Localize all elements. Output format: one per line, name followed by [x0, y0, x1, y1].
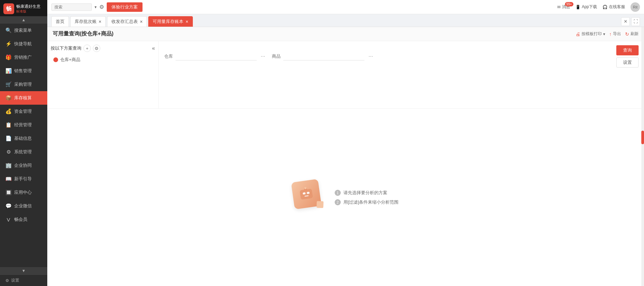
print-dropdown-icon: ▾ [603, 32, 605, 36]
sidebar-footer[interactable]: ⚙ 设置 [0, 275, 47, 286]
sidebar-item-member[interactable]: V畅会员 [0, 213, 47, 226]
sidebar-item-marketing[interactable]: 🎁营销推广 [0, 51, 47, 64]
tab-close-batch[interactable]: × [99, 19, 101, 24]
page-header: 可用量查询(按仓库+商品) 🖨 按模板打印 ▾ ↑ 导出 ↻ 刷新 [47, 27, 644, 41]
print-icon: 🖨 [575, 31, 580, 37]
sidebar-footer-label: 设置 [11, 278, 19, 283]
sidebar-item-wechat[interactable]: 💬企业微信 [0, 199, 47, 213]
empty-illustration [293, 181, 327, 214]
sidebar-item-purchase[interactable]: 🛒采购管理 [0, 78, 47, 91]
customer-service-item[interactable]: 🎧 在线客服 [602, 4, 625, 10]
sidebar-item-basic[interactable]: 📄基础信息 [0, 132, 47, 145]
page-content: 可用量查询(按仓库+商品) 🖨 按模板打印 ▾ ↑ 导出 ↻ 刷新 [47, 27, 644, 286]
sidebar-item-enterprise[interactable]: 🏢企业协同 [0, 159, 47, 172]
topbar-right: ✉ 消息 99+ 📱 App下载 🎧 在线客服 Rit [557, 2, 640, 12]
message-icon: ✉ [557, 5, 561, 9]
sidebar-scroll-down[interactable]: ▼ [0, 267, 47, 275]
scheme-settings-button[interactable]: ⚙ [93, 45, 100, 52]
scheme-warehouse-goods[interactable]: 仓库+商品 [51, 55, 155, 65]
tabs-bar: 首页库存批次账×收发存汇总表×可用量库存账本× ✕ ⛶ [47, 14, 644, 27]
export-button[interactable]: ↑ 导出 [609, 31, 621, 37]
sidebar-item-inventory[interactable]: 📦库存核算 [0, 91, 47, 105]
tab-close-button[interactable]: ✕ [621, 17, 630, 26]
collapse-icon[interactable]: « [152, 45, 155, 51]
scheme-dot-icon [53, 57, 58, 62]
user-avatar[interactable]: Rit [630, 2, 640, 12]
sidebar-nav: 🔍搜索菜单⚡快捷导航🎁营销推广📊销售管理🛒采购管理📦库存核算💰资金管理📋经营管理… [0, 24, 47, 267]
filter-fields: 仓库 ··· 商品 ··· 查询 设置 [159, 41, 644, 108]
finance-icon: 💰 [5, 108, 11, 114]
sidebar-item-apps[interactable]: 🔲应用中心 [0, 186, 47, 199]
filter-panel: 按以下方案查询 + ⚙ « 仓库+商品 仓库 [47, 41, 644, 109]
tab-batch[interactable]: 库存批次账× [70, 16, 106, 27]
add-scheme-button[interactable]: + [83, 45, 91, 52]
empty-tip-1: 1 请先选择要分析的方案 [335, 190, 398, 196]
tab-label-home: 首页 [56, 19, 65, 25]
sidebar: 畅 畅康通好生意 标准版 ▲ 🔍搜索菜单⚡快捷导航🎁营销推广📊销售管理🛒采购管理… [0, 0, 47, 286]
inventory-icon: 📦 [5, 95, 11, 101]
goods-field: 商品 ··· [272, 52, 374, 60]
sidebar-item-label: 企业协同 [14, 162, 32, 168]
message-icon-item[interactable]: ✉ 消息 99+ [557, 4, 570, 10]
filter-action-buttons: 查询 设置 [616, 45, 639, 68]
topbar-gear-icon[interactable]: ⚙ [99, 4, 104, 10]
app-icon: 📱 [575, 5, 581, 9]
sidebar-item-system[interactable]: ⚙系统管理 [0, 145, 47, 159]
tab-summary[interactable]: 收发存汇总表× [107, 16, 147, 27]
tab-available[interactable]: 可用量库存账本× [148, 16, 192, 27]
sidebar-item-label: 企业微信 [14, 203, 32, 209]
trial-industry-button[interactable]: 体验行业方案 [107, 2, 143, 12]
brand-name: 畅康通好生意 [16, 4, 41, 9]
system-icon: ⚙ [5, 149, 11, 155]
scheme-item-label: 仓库+商品 [60, 57, 80, 63]
robot-icon [291, 179, 321, 209]
export-icon: ↑ [609, 31, 612, 37]
basic-icon: 📄 [5, 135, 11, 141]
warehouse-input[interactable] [176, 52, 257, 60]
purchase-icon: 🛒 [5, 81, 11, 87]
filter-header: 按以下方案查询 + ⚙ « [51, 45, 155, 52]
guide-icon: 📖 [5, 176, 11, 182]
member-icon: V [5, 217, 11, 223]
empty-tips: 1 请先选择要分析的方案 2 用[过滤]条件来缩小分析范围 [335, 190, 398, 205]
sidebar-item-finance[interactable]: 💰资金管理 [0, 105, 47, 118]
main-area: ▾ ⚙ 体验行业方案 ✉ 消息 99+ 📱 App下载 🎧 在线客服 Rit [47, 0, 644, 286]
print-template-button[interactable]: 🖨 按模板打印 ▾ [575, 31, 605, 37]
topbar: ▾ ⚙ 体验行业方案 ✉ 消息 99+ 📱 App下载 🎧 在线客服 Rit [47, 0, 644, 14]
topbar-dropdown-arrow[interactable]: ▾ [95, 5, 97, 9]
filter-row-1: 仓库 ··· 商品 ··· 查询 设置 [164, 45, 639, 68]
refresh-label: 刷新 [630, 31, 639, 37]
tab-close-summary[interactable]: × [140, 19, 143, 24]
operation-icon: 📋 [5, 122, 11, 128]
tab-home[interactable]: 首页 [51, 16, 69, 27]
empty-tip-2: 2 用[过滤]条件来缩小分析范围 [335, 199, 398, 205]
goods-input[interactable] [283, 52, 364, 60]
brand-logo-icon: 畅 [3, 3, 14, 14]
sidebar-item-label: 新手引导 [14, 176, 32, 182]
sidebar-item-label: 采购管理 [14, 81, 32, 87]
sidebar-scroll-up[interactable]: ▲ [0, 16, 47, 24]
refresh-button[interactable]: ↻ 刷新 [625, 31, 639, 37]
tab-expand-button[interactable]: ⛶ [631, 17, 640, 26]
tab-controls: ✕ ⛶ [621, 17, 640, 26]
goods-more-icon[interactable]: ··· [367, 53, 374, 59]
warehouse-more-icon[interactable]: ··· [259, 53, 266, 59]
right-scrollbar[interactable] [641, 27, 644, 286]
sidebar-item-shortcut[interactable]: ⚡快捷导航 [0, 37, 47, 51]
sidebar-item-label: 系统管理 [14, 149, 32, 155]
sidebar-item-guide[interactable]: 📖新手引导 [0, 172, 47, 186]
tip-text-2: 用[过滤]条件来缩小分析范围 [343, 199, 398, 205]
setting-button[interactable]: 设置 [616, 57, 639, 68]
print-label: 按模板打印 [582, 31, 602, 37]
filter-scheme-panel: 按以下方案查询 + ⚙ « 仓库+商品 [47, 41, 159, 108]
sidebar-item-label: 畅会员 [14, 216, 27, 223]
app-download-item[interactable]: 📱 App下载 [575, 4, 597, 10]
query-button[interactable]: 查询 [616, 45, 639, 55]
filter-scheme-label: 按以下方案查询 [51, 45, 81, 51]
sidebar-item-operation[interactable]: 📋经营管理 [0, 118, 47, 132]
sidebar-item-sales[interactable]: 📊销售管理 [0, 64, 47, 78]
topbar-search-input[interactable] [51, 3, 92, 11]
page-header-actions: 🖨 按模板打印 ▾ ↑ 导出 ↻ 刷新 [575, 31, 639, 37]
tab-close-available[interactable]: × [185, 19, 188, 24]
sidebar-item-search[interactable]: 🔍搜索菜单 [0, 24, 47, 37]
